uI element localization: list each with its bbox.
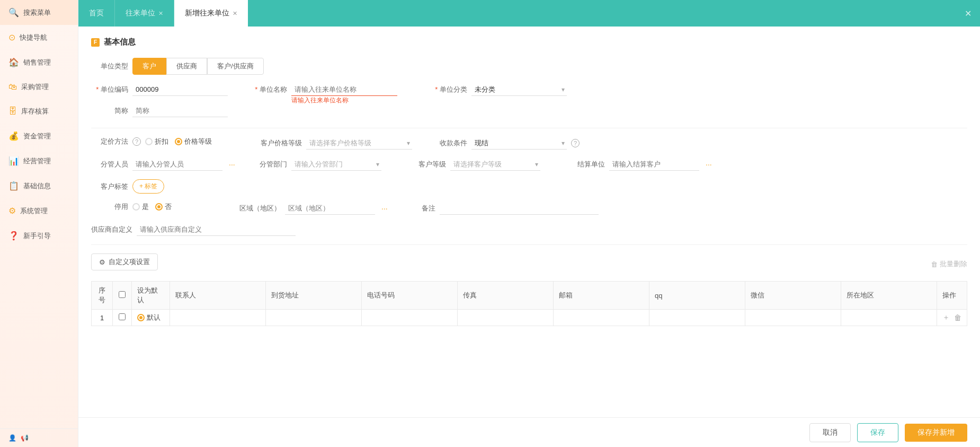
row-index: 1 bbox=[92, 310, 113, 326]
short-name-input[interactable] bbox=[132, 104, 228, 117]
footer: 取消 保存 保存并新增 bbox=[78, 417, 980, 447]
customer-price-field: 客户价格等级 请选择客户价格等级 bbox=[261, 137, 430, 150]
unit-type-row: 单位类型 客户 供应商 客户/供应商 bbox=[91, 58, 967, 75]
sidebar-item-purchase[interactable]: 🛍 采购管理 bbox=[0, 75, 78, 99]
row-qq-input[interactable] bbox=[655, 314, 740, 322]
add-tag-button[interactable]: + 标签 bbox=[132, 179, 164, 194]
region-more-icon[interactable]: ··· bbox=[379, 204, 390, 213]
search-icon: 🔍 bbox=[8, 7, 19, 17]
sidebar-item-finance[interactable]: 💰 资金管理 bbox=[0, 124, 78, 148]
settlement-more-icon[interactable]: ··· bbox=[703, 160, 714, 169]
category-select[interactable]: 未分类 bbox=[471, 83, 567, 96]
disabled-field: 停用 是 否 bbox=[91, 202, 239, 212]
disabled-no-radio[interactable] bbox=[155, 203, 163, 211]
supplier-custom-input[interactable] bbox=[137, 223, 296, 236]
manager-row: 分管人员 ··· 分管部门 请输入分管部门 客户等级 bbox=[91, 158, 967, 171]
row-location-input[interactable] bbox=[847, 314, 931, 322]
disabled-no-label: 否 bbox=[165, 202, 172, 212]
section-icon: F bbox=[91, 38, 100, 47]
table-row: 1 默认 bbox=[92, 310, 967, 326]
custom-settings-button[interactable]: ⚙ 自定义项设置 bbox=[91, 253, 158, 270]
disabled-no-option[interactable]: 否 bbox=[155, 202, 172, 212]
sidebar-item-system-label: 系统管理 bbox=[20, 206, 48, 216]
row-address-input[interactable] bbox=[271, 314, 356, 322]
col-contact: 联系人 bbox=[170, 282, 265, 310]
row-contact-input[interactable] bbox=[175, 314, 260, 322]
sidebar-item-basic-info[interactable]: 📋 基础信息 bbox=[0, 173, 78, 198]
main-area: 首页 往来单位 ✕ 新增往来单位 ✕ ✕ F 基本信息 单位类型 bbox=[78, 0, 980, 447]
col-wechat: 微信 bbox=[745, 282, 841, 310]
unit-type-supplier-button[interactable]: 供应商 bbox=[166, 58, 207, 75]
notification-icon: 📢 bbox=[21, 434, 29, 442]
unit-type-customer-button[interactable]: 客户 bbox=[132, 58, 166, 75]
customer-level-select[interactable]: 请选择客户等级 bbox=[450, 158, 540, 171]
sidebar-item-quick-nav[interactable]: ⊙ 快捷导航 bbox=[0, 25, 78, 50]
sidebar-item-operations[interactable]: 📊 经营管理 bbox=[0, 148, 78, 173]
disabled-yes-radio[interactable] bbox=[132, 203, 140, 211]
row-default-radio-item[interactable]: 默认 bbox=[137, 313, 164, 322]
sidebar-item-system[interactable]: ⚙ 系统管理 bbox=[0, 198, 78, 223]
payment-select[interactable]: 现结 bbox=[471, 137, 567, 150]
row-default: 默认 bbox=[132, 310, 170, 326]
payment-help-icon[interactable]: ? bbox=[571, 139, 580, 147]
manager-more-icon[interactable]: ··· bbox=[227, 160, 237, 169]
sidebar-item-sales[interactable]: 🏠 销售管理 bbox=[0, 50, 78, 75]
disabled-yes-option[interactable]: 是 bbox=[132, 202, 149, 212]
close-all-tabs-button[interactable]: ✕ bbox=[965, 8, 972, 19]
col-default: 设为默认 bbox=[132, 282, 170, 310]
tab-bar: 首页 往来单位 ✕ 新增往来单位 ✕ ✕ bbox=[78, 0, 980, 27]
col-address: 到货地址 bbox=[265, 282, 361, 310]
row-phone-input[interactable] bbox=[367, 314, 452, 322]
tab-counterparty[interactable]: 往来单位 ✕ bbox=[115, 0, 174, 27]
row-address bbox=[265, 310, 361, 326]
tab-new-counterparty-close[interactable]: ✕ bbox=[233, 10, 237, 17]
tags-field: 客户标签 + 标签 bbox=[91, 179, 967, 194]
name-input[interactable] bbox=[291, 83, 397, 96]
region-label: 区域（地区） bbox=[239, 204, 281, 213]
pricing-help-icon[interactable]: ? bbox=[132, 137, 141, 146]
department-select[interactable]: 请输入分管部门 bbox=[291, 158, 381, 171]
row-wechat-input[interactable] bbox=[751, 314, 835, 322]
tab-counterparty-close[interactable]: ✕ bbox=[158, 10, 163, 17]
row-phone bbox=[361, 310, 457, 326]
col-email: 邮箱 bbox=[553, 282, 649, 310]
row-add-icon[interactable]: ＋ bbox=[942, 313, 950, 322]
pricing-price-level-radio[interactable] bbox=[175, 138, 182, 145]
manager-field: 分管人员 ··· bbox=[91, 158, 250, 171]
row-checkbox[interactable] bbox=[119, 313, 126, 320]
category-select-wrapper: 未分类 bbox=[471, 83, 567, 96]
remark-input[interactable] bbox=[440, 202, 599, 215]
customer-level-label: 客户等级 bbox=[409, 160, 446, 169]
sidebar-item-search[interactable]: 🔍 搜索菜单 bbox=[0, 0, 78, 25]
row-default-label: 默认 bbox=[147, 313, 161, 322]
pricing-price-level-option[interactable]: 价格等级 bbox=[175, 137, 212, 146]
row-email-input[interactable] bbox=[559, 314, 644, 322]
pricing-discount-option[interactable]: 折扣 bbox=[145, 137, 168, 146]
tab-new-counterparty[interactable]: 新增往来单位 ✕ bbox=[174, 0, 248, 27]
manager-input[interactable] bbox=[132, 158, 222, 171]
disabled-radio-group: 是 否 bbox=[132, 202, 172, 212]
save-and-new-button[interactable]: 保存并新增 bbox=[905, 424, 967, 442]
row-delete-icon[interactable]: 🗑 bbox=[954, 313, 961, 322]
sidebar-item-search-label: 搜索菜单 bbox=[23, 8, 51, 17]
customer-price-select[interactable]: 请选择客户价格等级 bbox=[306, 137, 412, 150]
quick-nav-icon: ⊙ bbox=[8, 32, 15, 42]
sidebar-item-inventory[interactable]: 🗄 库存核算 bbox=[0, 99, 78, 124]
select-all-checkbox[interactable] bbox=[119, 291, 126, 298]
batch-delete-label[interactable]: 批量删除 bbox=[940, 259, 967, 269]
pricing-discount-radio[interactable] bbox=[145, 138, 153, 145]
pricing-payment-row: 定价方法 ? 折扣 价格等级 客户价格等级 bbox=[91, 137, 967, 150]
row-fax-input[interactable] bbox=[463, 314, 548, 322]
unit-type-both-button[interactable]: 客户/供应商 bbox=[207, 58, 264, 75]
cancel-button[interactable]: 取消 bbox=[809, 423, 851, 442]
code-input[interactable] bbox=[132, 83, 228, 96]
save-button[interactable]: 保存 bbox=[857, 423, 898, 442]
sidebar-item-guide[interactable]: ❓ 新手引导 bbox=[0, 223, 78, 248]
region-input[interactable] bbox=[285, 202, 375, 215]
disabled-yes-label: 是 bbox=[142, 202, 149, 212]
settlement-input[interactable] bbox=[609, 158, 699, 171]
row-default-radio[interactable] bbox=[137, 314, 145, 321]
tab-home[interactable]: 首页 bbox=[78, 0, 115, 27]
supplier-custom-field: 供应商自定义 bbox=[91, 223, 967, 236]
pricing-discount-label: 折扣 bbox=[155, 137, 168, 146]
